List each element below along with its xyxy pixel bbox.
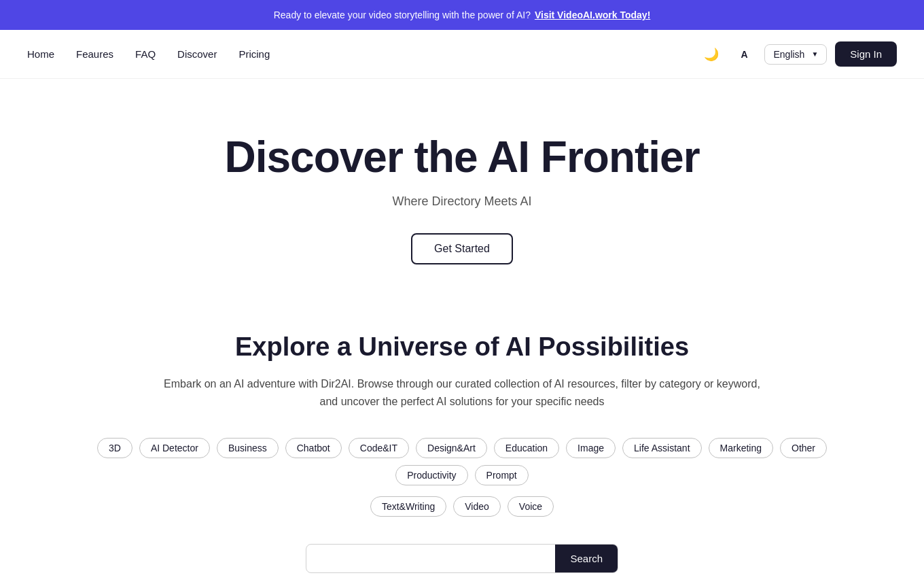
nav-home[interactable]: Home <box>27 48 54 60</box>
search-container: Search <box>306 544 618 573</box>
translate-button[interactable]: A <box>732 42 756 67</box>
nav-pricing[interactable]: Pricing <box>238 48 270 60</box>
category-tags-row2: Text&Writing Video Voice <box>27 496 897 517</box>
moon-icon: 🌙 <box>704 47 719 62</box>
hero-section: Discover the AI Frontier Where Directory… <box>0 79 924 292</box>
navbar-right: 🌙 A English ▼ Sign In <box>699 41 897 67</box>
hero-subtitle: Where Directory Meets AI <box>14 194 910 209</box>
tag-productivity[interactable]: Productivity <box>395 465 467 485</box>
tag-other[interactable]: Other <box>780 438 827 458</box>
sign-in-button[interactable]: Sign In <box>835 41 897 67</box>
tag-3d[interactable]: 3D <box>97 438 132 458</box>
tag-chatbot[interactable]: Chatbot <box>285 438 342 458</box>
tag-prompt[interactable]: Prompt <box>475 465 529 485</box>
nav-faq[interactable]: FAQ <box>135 48 156 60</box>
hero-title: Discover the AI Frontier <box>14 133 910 181</box>
navbar-links: Home Feaures FAQ Discover Pricing <box>27 48 270 60</box>
explore-description: Embark on an AI adventure with Dir2AI. B… <box>156 375 768 410</box>
tag-code-it[interactable]: Code&IT <box>349 438 409 458</box>
navbar: Home Feaures FAQ Discover Pricing 🌙 A En… <box>0 30 924 79</box>
nav-features[interactable]: Feaures <box>76 48 113 60</box>
chevron-down-icon: ▼ <box>811 50 818 58</box>
tag-design-art[interactable]: Design&Art <box>416 438 487 458</box>
explore-section: Explore a Universe of AI Possibilities E… <box>0 292 924 584</box>
language-selector[interactable]: English ▼ <box>764 44 827 65</box>
get-started-button[interactable]: Get Started <box>411 233 513 264</box>
top-banner: Ready to elevate your video storytelling… <box>0 0 924 30</box>
tag-life-assistant[interactable]: Life Assistant <box>622 438 702 458</box>
tag-marketing[interactable]: Marketing <box>709 438 773 458</box>
nav-discover[interactable]: Discover <box>177 48 217 60</box>
translate-icon: A <box>741 49 747 60</box>
search-section: Search <box>27 544 897 573</box>
tag-voice[interactable]: Voice <box>508 496 554 517</box>
tag-text-writing[interactable]: Text&Writing <box>370 496 446 517</box>
explore-title: Explore a Universe of AI Possibilities <box>27 332 897 362</box>
banner-text: Ready to elevate your video storytelling… <box>274 10 531 20</box>
search-input[interactable] <box>306 545 555 572</box>
category-tags-row1: 3D AI Detector Business Chatbot Code&IT … <box>27 438 897 485</box>
tag-ai-detector[interactable]: AI Detector <box>139 438 210 458</box>
banner-link[interactable]: Visit VideoAI.work Today! <box>535 10 650 20</box>
tag-business[interactable]: Business <box>217 438 279 458</box>
tag-video[interactable]: Video <box>453 496 501 517</box>
tag-image[interactable]: Image <box>566 438 616 458</box>
tag-education[interactable]: Education <box>494 438 559 458</box>
dark-mode-toggle[interactable]: 🌙 <box>699 42 724 67</box>
language-label: English <box>773 49 804 60</box>
search-button[interactable]: Search <box>555 545 618 572</box>
